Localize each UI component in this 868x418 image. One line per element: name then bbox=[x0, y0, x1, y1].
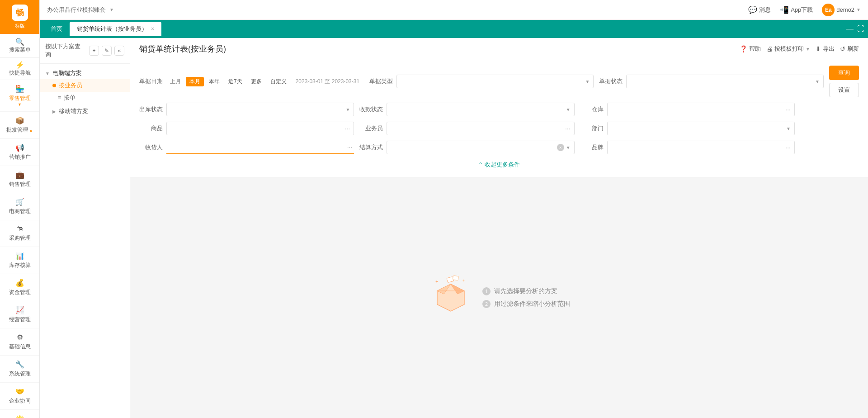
tree-group-mobile-header[interactable]: ▶ 移动端方案 bbox=[40, 105, 130, 117]
sidebar-quicknav[interactable]: ⚡ 快捷导航 bbox=[0, 58, 39, 80]
brand-select[interactable]: ··· bbox=[607, 141, 795, 154]
brand-dots[interactable]: ··· bbox=[785, 144, 791, 151]
right-content: 销货单统计表(按业务员) ❓ 帮助 🖨 按模板打印 ▼ ⬇ 导出 bbox=[130, 38, 868, 418]
doctype-select[interactable]: ▼ bbox=[396, 75, 594, 88]
message-btn[interactable]: 💬 消息 bbox=[748, 5, 771, 14]
filter-brand: 品牌 ··· bbox=[580, 141, 795, 154]
sales-label: 销售管理 bbox=[9, 180, 31, 188]
payment-select[interactable]: ▼ bbox=[387, 103, 574, 116]
hint-text-1: 请先选择要分析的方案 bbox=[494, 287, 557, 295]
date-tab-custom[interactable]: 自定义 bbox=[267, 77, 290, 86]
user-dropdown-icon: ▼ bbox=[856, 7, 861, 12]
settlement-select[interactable]: × ▼ bbox=[387, 141, 574, 154]
stock-select[interactable]: ▼ bbox=[166, 103, 354, 116]
tab-minimize-icon[interactable]: — bbox=[846, 25, 854, 33]
left-panel-actions: + ✎ « bbox=[89, 46, 124, 56]
top-header: 办公用品行业模拟账套 ▼ 💬 消息 📲 App下载 Ea demo2 ▼ bbox=[40, 0, 868, 20]
left-panel-tree: ▼ 电脑端方案 按业务员 ≡ 按单 ▶ 移动端方案 bbox=[40, 64, 130, 418]
date-tab-more[interactable]: 更多 bbox=[247, 77, 265, 86]
sidebar-item-system[interactable]: 🔧 系统管理 bbox=[0, 356, 39, 383]
tree-item-by-salesperson[interactable]: 按业务员 bbox=[40, 79, 130, 92]
help-btn[interactable]: ❓ 帮助 bbox=[740, 45, 761, 53]
recipient-text-input[interactable] bbox=[168, 144, 347, 151]
app-download-icon: 📲 bbox=[780, 5, 789, 14]
doctype-label: 单据类型 bbox=[369, 77, 393, 86]
tab-active[interactable]: 销货单统计表（按业务员） × bbox=[70, 22, 161, 36]
recipient-dots[interactable]: ··· bbox=[347, 143, 353, 151]
sidebar-item-purchase[interactable]: 🛍 采购管理 bbox=[0, 220, 39, 247]
goods-dots[interactable]: ··· bbox=[345, 125, 350, 132]
svg-marker-0 bbox=[437, 284, 464, 311]
sidebar-search[interactable]: 🔍 搜索菜单 bbox=[0, 34, 39, 58]
edit-scheme-btn[interactable]: ✎ bbox=[102, 46, 112, 56]
filter-area: 单据日期 上月 本月 本年 近7天 更多 自定义 2023-03-01 至 20… bbox=[130, 60, 868, 177]
print-btn[interactable]: 🖨 按模板打印 ▼ bbox=[766, 45, 810, 53]
refresh-icon: ↺ bbox=[840, 45, 845, 52]
logo-char: 畅 bbox=[16, 7, 24, 18]
tree-group-pc-header[interactable]: ▼ 电脑端方案 bbox=[40, 67, 130, 79]
data-area: ✦ ✦ 1 请先选择要分析的方案 2 用过滤条件来缩小分析范围 bbox=[130, 177, 868, 418]
tab-close-icon[interactable]: × bbox=[151, 26, 154, 32]
sidebar: 畅 标版 🔍 搜索菜单 ⚡ 快捷导航 🏪 零售管理 ▼ 📦 批发管理 ▲ 📢 营… bbox=[0, 0, 40, 418]
payment-arrow: ▼ bbox=[566, 107, 571, 112]
page-area: 按以下方案查询 + ✎ « ▼ 电脑端方案 按业务员 bbox=[40, 38, 868, 418]
docstatus-select[interactable]: ▼ bbox=[626, 75, 824, 88]
app-download-btn[interactable]: 📲 App下载 bbox=[780, 5, 813, 14]
page-title: 销货单统计表(按业务员) bbox=[139, 43, 226, 60]
salesperson-dots[interactable]: ··· bbox=[565, 125, 571, 132]
user-menu[interactable]: Ea demo2 ▼ bbox=[822, 4, 861, 16]
purchase-label: 采购管理 bbox=[9, 234, 31, 242]
settlement-arrow: ▼ bbox=[566, 145, 571, 150]
tree-sub-item-by-doc[interactable]: ≡ 按单 bbox=[40, 92, 130, 104]
refresh-label: 刷新 bbox=[847, 45, 859, 53]
print-arrow: ▼ bbox=[806, 47, 810, 52]
sidebar-item-retail[interactable]: 🏪 零售管理 ▼ bbox=[0, 80, 39, 112]
date-tab-last-month[interactable]: 上月 bbox=[166, 77, 184, 86]
logo-sub: 标版 bbox=[15, 23, 25, 29]
salesperson-label: 业务员 bbox=[359, 124, 383, 133]
setting-button[interactable]: 设置 bbox=[829, 83, 859, 97]
date-tab-7days[interactable]: 近7天 bbox=[225, 77, 246, 86]
date-tab-this-year[interactable]: 本年 bbox=[205, 77, 223, 86]
tree-pc-label: 电脑端方案 bbox=[52, 69, 82, 77]
settlement-clear[interactable]: × bbox=[557, 144, 564, 151]
dept-label: 部门 bbox=[580, 124, 604, 133]
export-btn[interactable]: ⬇ 导出 bbox=[816, 45, 835, 53]
collapse-filters-btn[interactable]: ⌃ 收起更多条件 bbox=[139, 158, 859, 171]
sidebar-item-sales[interactable]: 💼 销售管理 bbox=[0, 166, 39, 193]
refresh-btn[interactable]: ↺ 刷新 bbox=[840, 45, 859, 53]
date-control: 上月 本月 本年 近7天 更多 自定义 2023-03-01 至 2023-03… bbox=[166, 77, 364, 86]
sidebar-item-wholesale[interactable]: 📦 批发管理 ▲ bbox=[0, 112, 39, 139]
date-range-text: 2023-03-01 至 2023-03-31 bbox=[296, 78, 359, 86]
sidebar-item-marketing[interactable]: 📢 营销推广 bbox=[0, 139, 39, 166]
dept-select[interactable]: ▼ bbox=[607, 122, 795, 135]
platform-dropdown-icon[interactable]: ▼ bbox=[109, 7, 114, 12]
sidebar-item-operations[interactable]: 📈 经营管理 bbox=[0, 301, 39, 328]
sidebar-item-inventory[interactable]: 📊 库存核算 bbox=[0, 247, 39, 274]
sidebar-item-enterprise[interactable]: 🤝 企业协同 bbox=[0, 383, 39, 410]
salesperson-select[interactable]: ··· bbox=[387, 122, 574, 135]
warehouse-dots[interactable]: ··· bbox=[785, 106, 791, 113]
add-scheme-btn[interactable]: + bbox=[89, 46, 99, 56]
left-panel-title: 按以下方案查询 bbox=[45, 43, 85, 59]
sidebar-item-ecom[interactable]: 🛒 电商管理 bbox=[0, 193, 39, 220]
query-button[interactable]: 查询 bbox=[829, 66, 859, 80]
quicknav-label: 快捷导航 bbox=[9, 70, 31, 76]
filter-doctype: 单据类型 ▼ bbox=[369, 75, 594, 88]
recipient-input[interactable]: ··· bbox=[166, 141, 354, 154]
tab-home[interactable]: 首页 bbox=[43, 22, 70, 36]
sidebar-item-newuser[interactable]: 🌟 新手引导 bbox=[0, 410, 39, 418]
empty-state: ✦ ✦ 1 请先选择要分析的方案 2 用过滤条件来缩小分析范围 bbox=[428, 275, 570, 320]
tab-home-label: 首页 bbox=[51, 25, 62, 33]
inventory-label: 库存核算 bbox=[9, 261, 31, 269]
sidebar-item-basic[interactable]: ⚙ 基础信息 bbox=[0, 328, 39, 356]
warehouse-select[interactable]: ··· bbox=[607, 103, 795, 116]
collapse-panel-btn[interactable]: « bbox=[114, 46, 124, 56]
filter-settlement: 结算方式 × ▼ bbox=[359, 141, 574, 154]
date-tab-this-month[interactable]: 本月 bbox=[186, 77, 204, 86]
goods-select[interactable]: ··· bbox=[166, 122, 354, 135]
sidebar-item-finance[interactable]: 💰 资金管理 bbox=[0, 274, 39, 301]
avatar-text: Ea bbox=[825, 7, 832, 13]
goods-label: 商品 bbox=[139, 124, 163, 133]
tab-expand-icon[interactable]: ⛶ bbox=[857, 25, 864, 33]
